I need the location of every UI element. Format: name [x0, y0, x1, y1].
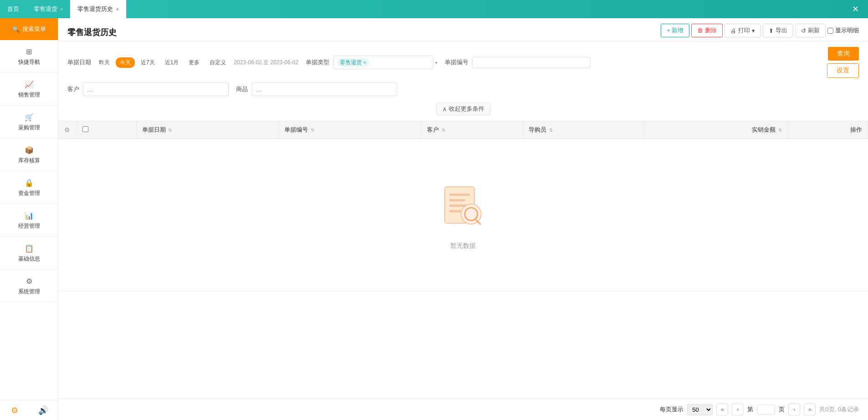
- col-doc-date: 单据日期 ⇅: [136, 121, 279, 139]
- sys-mgmt-icon: ⚙: [24, 276, 34, 286]
- date-btn-1month[interactable]: 近1月: [161, 57, 183, 68]
- last-page-button[interactable]: »: [804, 404, 816, 415]
- filter-area: 单据日期 昨天 今天 近7天 近1月 更多 自定义 2023-06-02 至 2…: [58, 41, 868, 121]
- sidebar-item-inventory[interactable]: 📦 库存核算: [0, 138, 58, 171]
- settings-button[interactable]: 设置: [827, 63, 859, 78]
- col-doc-date-sort-icon[interactable]: ⇅: [168, 128, 172, 133]
- doc-no-input[interactable]: [472, 57, 591, 68]
- content-area: 零售退货历史 + 新增 🗑 删除 🖨 打印 ▾ ⬆ 导出 ↺ 刷新: [58, 18, 868, 420]
- sidebar-item-sys-mgmt[interactable]: ⚙ 系统管理: [0, 270, 58, 302]
- date-btn-today[interactable]: 今天: [116, 57, 135, 68]
- sidebar-item-purchase-mgmt[interactable]: 🛒 采购管理: [0, 106, 58, 138]
- customer-input[interactable]: ...: [83, 82, 229, 96]
- first-page-button[interactable]: «: [716, 404, 728, 415]
- top-bar: 首页 零售退货 × 零售退货历史 × ✕: [0, 0, 868, 18]
- collapse-button[interactable]: ∧ 收起更多条件: [437, 102, 490, 115]
- sidebar-item-purchase-label: 采购管理: [18, 124, 40, 132]
- col-customer: 客户 ⇅: [421, 121, 523, 139]
- col-customer-label: 客户: [427, 126, 439, 133]
- main-layout: 🔍 搜索菜单 ⊞ 快捷导航 📈 销售管理 🛒 采购管理 📦 库存核算 🔒: [0, 18, 868, 420]
- goods-input[interactable]: ...: [252, 82, 397, 96]
- page-header: 零售退货历史 + 新增 🗑 删除 🖨 打印 ▾ ⬆ 导出 ↺ 刷新: [58, 18, 868, 41]
- tab-retail-return-history-close[interactable]: ×: [116, 6, 118, 12]
- quick-nav-icon: ⊞: [24, 46, 34, 56]
- show-detail-checkbox-label[interactable]: 显示明细: [827, 26, 859, 35]
- table-settings-icon[interactable]: ⚙: [64, 126, 70, 133]
- collapse-label: 收起更多条件: [449, 105, 484, 113]
- export-icon: ⬆: [769, 27, 774, 34]
- svg-rect-1: [449, 194, 470, 196]
- doc-type-tag-text: 零售退货: [340, 59, 362, 67]
- col-actions: 操作: [787, 121, 868, 139]
- table-header: ⚙ 单据日期 ⇅ 单据编号 ⇅: [58, 121, 868, 139]
- col-amount-label: 实销金额: [752, 126, 776, 133]
- date-btn-more[interactable]: 更多: [185, 57, 204, 68]
- operations-icon: 📊: [24, 210, 34, 220]
- print-chevron-icon: ▾: [752, 27, 755, 34]
- print-button[interactable]: 🖨 打印 ▾: [724, 24, 761, 37]
- refresh-button[interactable]: ↺ 刷新: [795, 24, 826, 37]
- tab-retail-return[interactable]: 零售退货 ×: [26, 0, 70, 18]
- date-btn-yesterday[interactable]: 昨天: [95, 57, 114, 68]
- sidebar-item-sales-mgmt[interactable]: 📈 销售管理: [0, 73, 58, 106]
- new-button[interactable]: + 新增: [661, 24, 689, 37]
- next-page-button[interactable]: ›: [788, 404, 800, 415]
- tab-retail-return-label: 零售退货: [34, 5, 57, 13]
- prev-page-button[interactable]: ‹: [732, 404, 744, 415]
- show-detail-checkbox[interactable]: [827, 28, 833, 34]
- tab-home[interactable]: 首页: [0, 0, 26, 18]
- sidebar: 🔍 搜索菜单 ⊞ 快捷导航 📈 销售管理 🛒 采购管理 📦 库存核算 🔒: [0, 18, 58, 420]
- doc-type-tag-close[interactable]: ×: [364, 60, 366, 65]
- svg-rect-2: [449, 199, 465, 201]
- empty-state-cell: 暂无数据: [58, 139, 868, 292]
- page-input[interactable]: 1: [757, 405, 775, 415]
- customer-label: 客户: [67, 85, 79, 93]
- data-table: ⚙ 单据日期 ⇅ 单据编号 ⇅: [58, 121, 868, 292]
- sidebar-settings-button[interactable]: ⚙: [0, 400, 29, 420]
- col-doc-no-label: 单据编号: [284, 126, 308, 133]
- delete-button[interactable]: 🗑 删除: [691, 24, 723, 37]
- col-doc-date-label: 单据日期: [142, 126, 166, 133]
- date-btn-custom[interactable]: 自定义: [205, 57, 230, 68]
- col-doc-no-sort-icon[interactable]: ⇅: [311, 128, 314, 133]
- total-info: 共0页, 0条记录: [819, 405, 859, 414]
- sidebar-item-basic-info[interactable]: 📋 基础信息: [0, 237, 58, 270]
- doc-type-input[interactable]: 零售退货 ×: [333, 56, 433, 69]
- search-menu-button[interactable]: 🔍 搜索菜单: [0, 18, 58, 40]
- col-guide-sort-icon[interactable]: ⇅: [549, 128, 553, 133]
- col-guide-label: 导购员: [529, 126, 546, 133]
- doc-type-label: 单据类型: [306, 58, 329, 67]
- sidebar-item-inventory-label: 库存核算: [18, 157, 40, 164]
- page-section-label: 第: [747, 405, 753, 414]
- sidebar-item-sales-label: 销售管理: [18, 91, 40, 99]
- export-button[interactable]: ⬆ 导出: [763, 24, 793, 37]
- sidebar-item-operations-label: 经营管理: [18, 222, 40, 230]
- doc-type-tag: 零售退货 ×: [337, 58, 369, 67]
- date-range-buttons: 昨天 今天 近7天 近1月 更多 自定义: [95, 57, 230, 68]
- sidebar-item-finance[interactable]: 🔒 资金管理: [0, 171, 58, 204]
- table-container: ⚙ 单据日期 ⇅ 单据编号 ⇅: [58, 121, 868, 399]
- sidebar-item-operations[interactable]: 📊 经营管理: [0, 204, 58, 237]
- empty-state-icon: [436, 180, 490, 235]
- collapse-icon: ∧: [442, 106, 447, 113]
- action-btns-group: 查询 设置: [827, 47, 859, 78]
- col-settings: ⚙: [58, 121, 77, 139]
- col-amount-sort-icon[interactable]: ⇅: [778, 128, 782, 133]
- window-close-button[interactable]: ✕: [843, 4, 868, 14]
- table-body: 暂无数据: [58, 139, 868, 292]
- col-customer-sort-icon[interactable]: ⇅: [442, 128, 445, 133]
- doc-type-chevron-icon: ▾: [435, 60, 437, 65]
- finance-icon: 🔒: [24, 178, 34, 188]
- date-label: 单据日期: [67, 58, 91, 67]
- page-size-select[interactable]: 50 20 100 200: [687, 404, 713, 415]
- date-btn-7days[interactable]: 近7天: [137, 57, 159, 68]
- select-all-checkbox[interactable]: [82, 126, 88, 132]
- filter-goods: 商品 ...: [236, 82, 397, 96]
- tab-retail-return-close[interactable]: ×: [60, 6, 63, 12]
- query-button[interactable]: 查询: [828, 47, 859, 61]
- search-icon: 🔍: [12, 26, 20, 33]
- sidebar-item-quick-nav[interactable]: ⊞ 快捷导航: [0, 40, 58, 73]
- basic-info-icon: 📋: [24, 243, 34, 253]
- sidebar-audio-button[interactable]: 🔊: [29, 400, 58, 420]
- tab-retail-return-history[interactable]: 零售退货历史 ×: [70, 0, 126, 18]
